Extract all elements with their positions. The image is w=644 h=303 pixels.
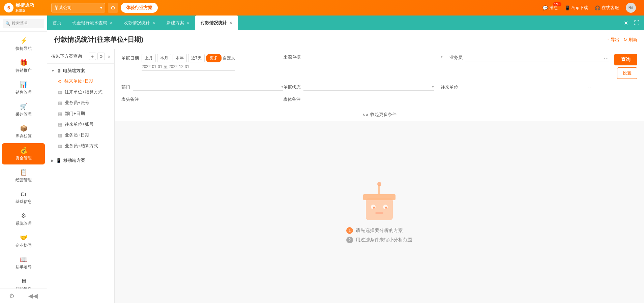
tab-payment[interactable]: 付款情况统计 × [195, 16, 238, 30]
dept-input[interactable] [133, 84, 281, 89]
scheme-panel-collapse-btn[interactable]: « [108, 54, 110, 59]
app-download-btn[interactable]: 📱 App下载 [565, 5, 588, 11]
search-menu-btn[interactable]: 🔍 搜索菜单 [3, 19, 44, 28]
scheme-item-unit-account[interactable]: ▦ 往来单位+账号 [47, 119, 114, 130]
status-input[interactable] [303, 84, 432, 89]
header-note-input[interactable] [142, 96, 223, 101]
filter-source-field: 来源单据 ▾ [283, 54, 443, 60]
company-selector[interactable]: 某某公司 ▼ [51, 3, 105, 12]
scheme-item-unit-date[interactable]: ⊙ 往来单位+日期 [47, 76, 114, 87]
message-btn[interactable]: 💬 消息 99+ [543, 5, 558, 11]
sidebar-item-basic-info[interactable]: 🗂 基础信息 [2, 187, 45, 208]
sidebar-item-inventory[interactable]: 📦 库存核算 [2, 121, 45, 143]
scheme-item-staff-account[interactable]: ▦ 业务员+账号 [47, 97, 114, 108]
data-area: 1 请先选择要分析的方案 2 用过滤条件来缩小分析范围 [115, 121, 644, 303]
staff-dots-icon[interactable]: … [604, 54, 609, 60]
scheme-mobile-group: ▶ 📱 移动端方案 [47, 153, 114, 168]
logo-text: 畅捷通巧 标准版 [16, 2, 34, 13]
scheme-panel-actions: + ⚙ [89, 53, 105, 60]
tab-bar: 首页 现金银行流水查询 × 收款情况统计 × 新建方案 × 付款情况统计 × ✕… [47, 16, 644, 30]
unit-input[interactable] [461, 84, 586, 89]
scheme-item-staff-settle[interactable]: ▦ 业务员+结算方式 [47, 141, 114, 151]
date-7days-btn[interactable]: 近7天 [188, 54, 205, 62]
dept-label: 部门 [121, 84, 130, 90]
purchase-icon: 🛒 [20, 103, 27, 110]
scheme-pc-group: ▼ 🖥 电脑端方案 ⊙ 往来单位+日期 ▦ 往来单位+结算方式 [47, 64, 114, 153]
date-this-year-btn[interactable]: 本年 [173, 54, 187, 62]
scheme-add-btn[interactable]: + [89, 53, 96, 60]
sidebar-item-sales[interactable]: 📊 销售管理 [2, 78, 45, 99]
status-chevron-icon: ▾ [432, 84, 434, 89]
tab-new-close[interactable]: × [186, 21, 190, 25]
middle-section: 按以下方案查询 + ⚙ « ▼ 🖥 电脑端方案 [47, 49, 644, 303]
collapse-sidebar-icon[interactable]: ◀◀ [28, 292, 38, 300]
trial-btn[interactable]: 体验行业方案 [121, 3, 158, 13]
tab-home[interactable]: 首页 [47, 16, 67, 30]
staff-input[interactable] [465, 55, 604, 60]
collapse-up-icon: ∧∧ [362, 112, 369, 117]
export-btn[interactable]: ↑ 导出 [607, 37, 620, 43]
enterprise-icon: 🤝 [20, 234, 27, 241]
sidebar-item-enterprise[interactable]: 🤝 企业协同 [2, 231, 45, 252]
date-this-month-btn[interactable]: 本月 [157, 54, 171, 62]
scheme-item-dept-date[interactable]: ▦ 部门+日期 [47, 108, 114, 119]
scheme-settings-btn[interactable]: ⚙ [97, 53, 105, 60]
sidebar-item-finance[interactable]: 💰 资金管理 [2, 143, 45, 164]
sidebar-item-purchase[interactable]: 🛒 采购管理 [2, 99, 45, 121]
dept-input-wrap: ▾ [133, 84, 283, 91]
svg-point-6 [373, 207, 375, 209]
date-last-month-btn[interactable]: 上月 [142, 54, 156, 62]
main-layout: 🔍 搜索菜单 ⚡ 快捷导航 🎁 营销推广 📊 销售管理 🛒 采购管理 � [0, 16, 644, 303]
tab-payment-close[interactable]: × [229, 21, 233, 25]
sidebar-item-operation[interactable]: 📋 经营管理 [2, 165, 45, 186]
hardware-icon: 🖥 [21, 278, 27, 285]
collapse-bar: ∧∧ 收起更多条件 [115, 108, 644, 121]
user-avatar[interactable]: Rit [626, 3, 636, 13]
unit-input-wrap: … [461, 84, 591, 91]
sidebar-item-guide[interactable]: 📖 新手引导 [2, 252, 45, 274]
date-quick-btns: 上月 本月 本年 近7天 更多 自定义 [142, 54, 235, 62]
tab-bar-right: ✕ ⛶ [621, 18, 644, 28]
top-bar-middle: 某某公司 ▼ ⚙ 体验行业方案 [45, 3, 543, 13]
sidebar-item-quick-nav[interactable]: ⚡ 快捷导航 [2, 34, 45, 55]
collapse-conditions-btn[interactable]: ∧∧ 收起更多条件 [362, 112, 397, 118]
gear-bottom-icon[interactable]: ⚙ [9, 292, 14, 300]
date-range-display[interactable]: 2022-01-01 至 2022-12-31 [142, 64, 235, 71]
scheme-mobile-group-header[interactable]: ▶ 📱 移动端方案 [47, 155, 114, 165]
svg-rect-1 [363, 194, 396, 200]
scheme-item-icon-2: ▦ [58, 100, 62, 105]
svg-point-7 [385, 207, 387, 209]
top-bar: 6 畅捷通巧 标准版 某某公司 ▼ ⚙ 体验行业方案 💬 消息 99+ 📱 Ap… [0, 0, 644, 16]
tab-receipt-close[interactable]: × [152, 21, 156, 25]
top-bar-right: 💬 消息 99+ 📱 App下载 🎧 在线客服 Rit [543, 3, 640, 13]
logo-icon: 6 [4, 3, 13, 12]
sidebar-item-hardware[interactable]: 🖥 智能硬件 [2, 274, 45, 289]
sidebar-item-marketing[interactable]: 🎁 营销推广 [2, 56, 45, 77]
source-chevron-icon: ▾ [441, 54, 443, 59]
query-btn[interactable]: 查询 [614, 54, 637, 65]
source-input[interactable] [303, 54, 441, 59]
unit-label: 往来单位 [441, 84, 458, 90]
settings-icon[interactable]: ⚙ [108, 3, 118, 13]
headset-icon: 🎧 [595, 5, 600, 10]
tab-maximize-btn[interactable]: ⛶ [632, 18, 641, 28]
empty-illustration [356, 181, 403, 222]
header-note-input-wrap [142, 96, 229, 103]
sidebar-item-system[interactable]: ⚙ 系统管理 [2, 209, 45, 230]
unit-dots-icon[interactable]: … [586, 84, 591, 90]
refresh-btn[interactable]: ↻ 刷新 [623, 37, 637, 43]
scheme-item-staff-date[interactable]: ▦ 业务员+日期 [47, 130, 114, 141]
tab-bank-close[interactable]: × [109, 21, 113, 25]
scheme-item-unit-settle[interactable]: ▦ 往来单位+结算方式 [47, 87, 114, 97]
scheme-pc-group-header[interactable]: ▼ 🖥 电脑端方案 [47, 66, 114, 76]
tab-receipt[interactable]: 收款情况统计 × [118, 16, 161, 30]
online-service-btn[interactable]: 🎧 在线客服 [595, 5, 619, 11]
tab-new[interactable]: 新建方案 × [161, 16, 195, 30]
body-note-input[interactable] [303, 96, 637, 101]
tab-close-all-btn[interactable]: ✕ [621, 18, 631, 28]
tab-bank[interactable]: 现金银行流水查询 × [67, 16, 118, 30]
settings-small-btn[interactable]: 设置 [617, 67, 637, 79]
content-area: 首页 现金银行流水查询 × 收款情况统计 × 新建方案 × 付款情况统计 × ✕… [47, 16, 644, 303]
svg-rect-0 [366, 198, 393, 220]
date-more-btn[interactable]: 更多 [206, 54, 222, 62]
